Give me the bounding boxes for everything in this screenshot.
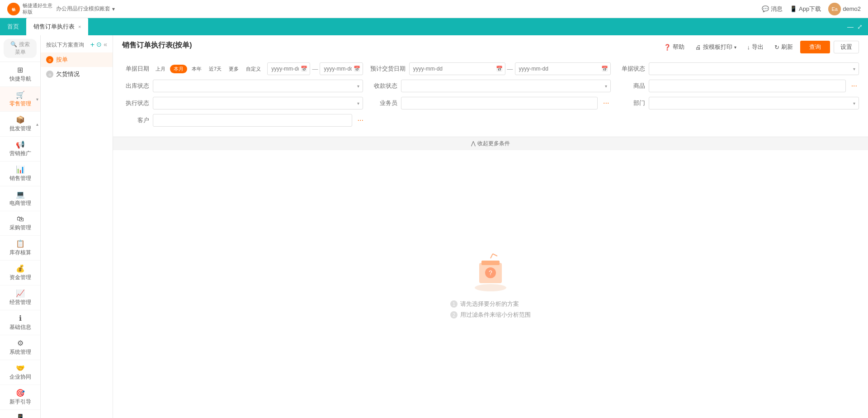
filter-row-4: 客户 ···: [122, 114, 859, 127]
sidebar-item-wholesale[interactable]: 📦 批发管理 ▴: [0, 112, 40, 137]
filter-order-status: 单据状态 ▾: [618, 62, 859, 75]
scheme-item-order[interactable]: ⊙ 按单: [41, 52, 113, 67]
search-menu-button[interactable]: 🔍 搜索菜单: [4, 39, 37, 58]
appcenter-icon: 📱: [16, 413, 25, 418]
tab-close-icon[interactable]: ×: [78, 24, 81, 29]
help-icon: ❓: [664, 44, 671, 51]
salesman-input[interactable]: [401, 97, 598, 109]
goods-more-icon[interactable]: ···: [849, 82, 859, 90]
btn-this-year[interactable]: 本年: [189, 65, 204, 73]
tip-number-1: 1: [450, 300, 458, 308]
page-title: 销售订单执行表(按单): [122, 41, 192, 50]
collapse-panel-icon[interactable]: «: [104, 41, 107, 49]
btn-7days[interactable]: 近7天: [206, 65, 224, 73]
settings-button[interactable]: 设置: [834, 41, 859, 53]
add-scheme-icon[interactable]: +: [90, 41, 94, 49]
app-download-button[interactable]: 📱 App下载: [790, 5, 821, 13]
customer-more-icon[interactable]: ···: [356, 116, 365, 124]
query-button[interactable]: 查询: [800, 41, 830, 53]
btn-more[interactable]: 更多: [226, 65, 241, 73]
ecommerce-icon: 💻: [16, 190, 25, 199]
sidebar-item-collab[interactable]: 🤝 企业协同: [0, 360, 40, 385]
print-button[interactable]: 🖨 按模板打印 ▾: [692, 41, 740, 53]
exec-status-label: 执行状态: [122, 99, 149, 107]
sidebar-search: 🔍 搜索菜单: [0, 35, 40, 62]
collapse-chevron-icon: ⋀: [471, 140, 476, 147]
expected-start-input[interactable]: [409, 62, 505, 75]
sidebar-item-retail[interactable]: 🛒 零售管理 ▾: [0, 87, 40, 112]
customer-input[interactable]: [153, 114, 352, 127]
expected-start-wrapper: 📅: [409, 62, 505, 75]
expected-date-label: 预计交货日期: [370, 65, 406, 73]
filter-department: 部门 ▾: [618, 97, 859, 109]
sidebar-item-marketing[interactable]: 📢 营销推广: [0, 137, 40, 162]
svg-text:畅: 畅: [12, 8, 15, 12]
print-chevron-icon: ▾: [734, 45, 736, 50]
collab-icon: 🤝: [16, 364, 25, 372]
svg-line-11: [491, 254, 493, 258]
refresh-button[interactable]: ↻ 刷新: [771, 41, 797, 53]
sales-icon: 📊: [16, 165, 25, 174]
message-button[interactable]: 💬 消息: [762, 5, 783, 13]
btn-last-month[interactable]: 上月: [153, 65, 168, 73]
filter-row-1: 单据日期 上月 本月 本年 近7天 更多 自定义: [122, 62, 859, 75]
btn-custom[interactable]: 自定义: [243, 65, 264, 73]
order-status-label: 单据状态: [618, 65, 645, 73]
maximize-icon[interactable]: ⤢: [857, 23, 863, 30]
company-selector[interactable]: 办公用品行业模拟账套 ▾: [56, 5, 115, 13]
refresh-icon: ↻: [774, 44, 779, 51]
chevron-down-icon: ▾: [36, 97, 38, 102]
marketing-icon: 📢: [16, 140, 25, 149]
sidebar-item-basicinfo[interactable]: ℹ 基础信息: [0, 310, 40, 335]
top-header: 畅 畅捷通好生意 标版 办公用品行业模拟账套 ▾ 💬 消息 📱 App下载 Ea…: [0, 0, 868, 18]
salesman-more-icon[interactable]: ···: [601, 99, 611, 107]
sidebar-item-guide[interactable]: 🎯 新手引导: [0, 385, 40, 410]
quicknav-icon: ⊞: [17, 66, 23, 74]
department-select[interactable]: [649, 97, 859, 109]
user-profile[interactable]: Ea demo2: [828, 3, 861, 15]
sidebar-item-system[interactable]: ⚙ 系统管理: [0, 335, 40, 360]
filter-out-status: 出库状态 ▾: [122, 80, 363, 92]
expected-end-input[interactable]: [515, 62, 611, 75]
sidebar-item-operation[interactable]: 📈 经营管理: [0, 285, 40, 310]
collapse-bar[interactable]: ⋀ 收起更多条件: [113, 137, 868, 150]
minimize-icon[interactable]: —: [847, 23, 854, 30]
sidebar-item-ecommerce[interactable]: 💻 电商管理: [0, 186, 40, 211]
basicinfo-icon: ℹ: [19, 314, 22, 323]
expected-separator: —: [507, 66, 513, 72]
date-start-input[interactable]: [267, 62, 310, 75]
filter-row-2: 出库状态 ▾ 收款状态: [122, 80, 859, 92]
order-status-select[interactable]: [649, 62, 859, 75]
receive-status-select[interactable]: [401, 80, 611, 92]
sidebar-item-appcenter[interactable]: 📱 应用中心: [0, 410, 40, 418]
btn-this-month[interactable]: 本月: [170, 65, 187, 73]
help-button[interactable]: ❓ 帮助: [660, 41, 688, 53]
settings-scheme-icon[interactable]: ⊙: [96, 41, 102, 49]
exec-status-select-wrapper: ▾: [153, 97, 363, 109]
finance-icon: 💰: [16, 264, 25, 273]
date-end-input[interactable]: [320, 62, 363, 75]
header-left: 畅 畅捷通好生意 标版 办公用品行业模拟账套 ▾: [7, 3, 115, 15]
export-button[interactable]: ↓ 导出: [744, 41, 768, 53]
sidebar-item-sales[interactable]: 📊 销售管理: [0, 162, 40, 186]
out-status-select[interactable]: [153, 80, 363, 92]
tab-home[interactable]: 首页: [0, 18, 26, 35]
filter-exec-status: 执行状态 ▾: [122, 97, 363, 109]
right-content: 销售订单执行表(按单) ❓ 帮助 🖨 按模板打印 ▾ ↓: [113, 35, 868, 418]
tab-sales-order[interactable]: 销售订单执行表 ×: [26, 18, 88, 35]
date-separator: —: [312, 66, 318, 72]
sidebar-item-quicknav[interactable]: ⊞ 快捷导航: [0, 62, 40, 87]
sidebar-item-inventory[interactable]: 📋 库存核算: [0, 236, 40, 261]
goods-input[interactable]: [649, 80, 845, 92]
svg-text:⊙: ⊙: [48, 73, 52, 77]
svg-point-6: [475, 284, 506, 291]
exec-status-select[interactable]: [153, 97, 363, 109]
sidebar-item-finance[interactable]: 💰 资金管理: [0, 261, 40, 285]
system-icon: ⚙: [17, 339, 24, 347]
scheme-item-shortage[interactable]: ⊙ 欠货情况: [41, 67, 113, 81]
chevron-down-icon: ▾: [112, 6, 115, 12]
print-icon: 🖨: [695, 44, 701, 51]
date-quick-btns: 上月 本月 本年 近7天 更多 自定义: [153, 65, 264, 73]
goods-label: 商品: [618, 82, 645, 90]
sidebar-item-purchase[interactable]: 🛍 采购管理: [0, 211, 40, 236]
